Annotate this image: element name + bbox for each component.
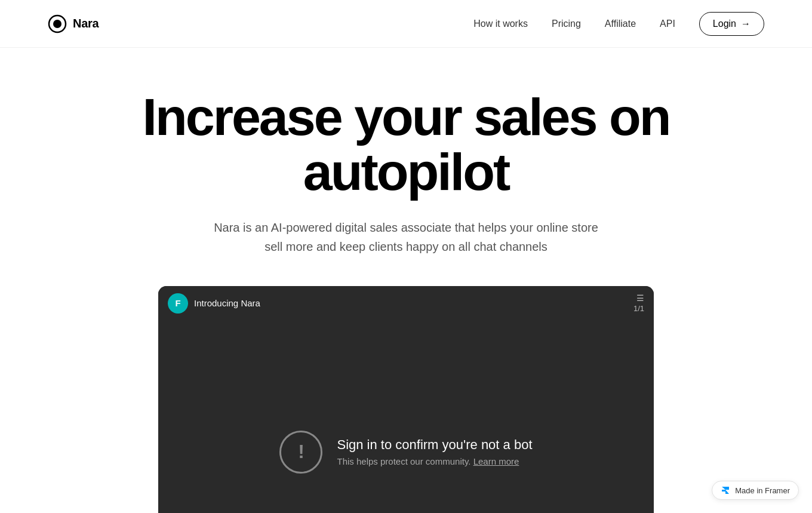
video-title-text: Introducing Nara [194,298,260,308]
warning-main-text: Sign in to confirm you're not a bot [337,437,532,453]
hero-subtitle: Nara is an AI-powered digital sales asso… [197,218,615,256]
svg-point-1 [53,20,61,28]
login-arrow-icon: → [741,19,751,29]
nav-links: How it works Pricing Affiliate API Login… [473,12,764,36]
nav-item-api[interactable]: API [660,19,675,29]
playlist-icon: ☰ [636,293,644,303]
video-header: F Introducing Nara ☰ 1/1 [158,286,654,321]
login-label: Login [713,19,736,29]
video-counter: ☰ 1/1 [633,293,644,313]
logo-link[interactable]: Nara [48,14,99,33]
logo-text: Nara [73,17,99,30]
video-avatar: F [168,293,188,314]
warning-sub-text: This helps protect our community. Learn … [337,456,532,466]
navbar: Nara How it works Pricing Affiliate API … [0,0,812,48]
framer-badge-label: Made in Framer [735,486,790,495]
hero-section: Increase your sales on autopilot Nara is… [0,48,812,513]
logo-icon [48,14,67,33]
nav-item-how-it-works[interactable]: How it works [473,19,528,29]
login-button[interactable]: Login → [699,12,764,36]
nav-item-pricing[interactable]: Pricing [552,19,581,29]
warning-text-block: Sign in to confirm you're not a bot This… [337,437,532,466]
video-embed: F Introducing Nara ☰ 1/1 ! Sign in to co… [158,286,654,513]
video-body: ! Sign in to confirm you're not a bot Th… [158,321,654,513]
warning-icon: ! [279,431,322,474]
nav-item-affiliate[interactable]: Affiliate [605,19,636,29]
video-counter-text: 1/1 [633,304,644,313]
framer-icon [721,486,730,495]
bot-warning: ! Sign in to confirm you're not a bot Th… [279,431,532,474]
framer-badge[interactable]: Made in Framer [712,481,799,500]
learn-more-link[interactable]: Learn more [473,456,519,466]
video-title-row: F Introducing Nara [168,293,633,314]
hero-title: Increase your sales on autopilot [78,90,734,200]
